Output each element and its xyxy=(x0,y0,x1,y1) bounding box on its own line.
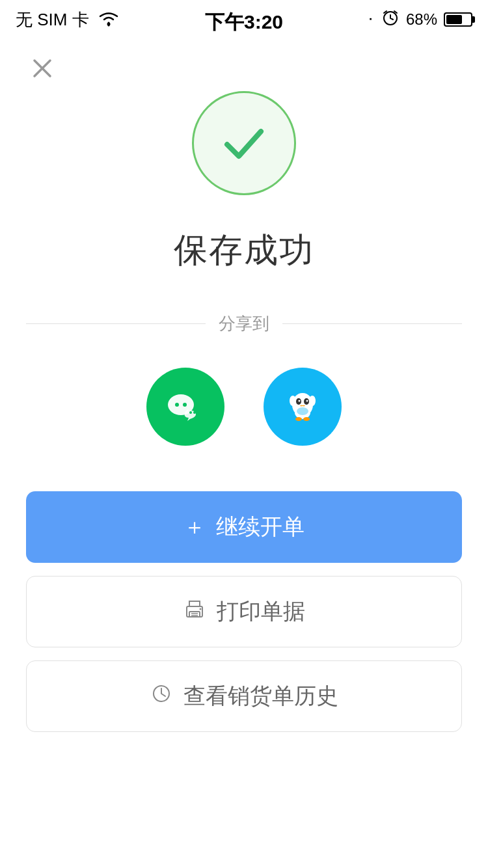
alarm-icon xyxy=(381,8,400,31)
wechat-icon xyxy=(163,384,208,429)
divider-right xyxy=(282,323,462,324)
wifi-icon xyxy=(97,8,120,31)
carrier-text: 无 SIM 卡 xyxy=(16,8,89,31)
status-bar: 无 SIM 卡 下午3:20 ⬝ 68% xyxy=(0,0,488,39)
print-button[interactable]: 打印单据 xyxy=(26,576,462,647)
location-icon: ⬝ xyxy=(366,11,375,28)
svg-point-13 xyxy=(306,400,308,402)
history-label: 查看销货单历史 xyxy=(183,681,338,711)
close-icon xyxy=(31,57,54,80)
svg-point-17 xyxy=(309,396,316,406)
checkmark-icon xyxy=(218,117,270,169)
status-left: 无 SIM 卡 xyxy=(16,8,120,31)
main-content: 保存成功 分享到 xyxy=(0,39,488,758)
svg-point-15 xyxy=(297,407,308,415)
svg-rect-21 xyxy=(189,612,200,617)
battery-icon xyxy=(444,12,472,27)
history-icon xyxy=(150,682,173,711)
svg-point-12 xyxy=(299,400,301,402)
wechat-share-button[interactable] xyxy=(146,368,224,446)
action-buttons: ＋ 继续开单 打印单据 xyxy=(26,491,462,732)
svg-point-5 xyxy=(175,403,179,407)
history-button[interactable]: 查看销货单历史 xyxy=(26,660,462,732)
continue-button[interactable]: ＋ 继续开单 xyxy=(26,491,462,563)
svg-point-18 xyxy=(295,417,302,421)
share-icons-container xyxy=(146,368,342,446)
plus-icon: ＋ xyxy=(183,512,206,542)
svg-point-16 xyxy=(290,396,296,406)
svg-point-0 xyxy=(107,22,110,25)
continue-label: 继续开单 xyxy=(216,512,305,542)
status-right: ⬝ 68% xyxy=(366,8,472,31)
print-icon xyxy=(183,597,206,626)
share-label: 分享到 xyxy=(219,312,269,335)
print-label: 打印单据 xyxy=(217,597,305,627)
svg-point-8 xyxy=(193,411,196,414)
close-button[interactable] xyxy=(26,52,59,85)
divider-left xyxy=(26,323,206,324)
success-icon-circle xyxy=(192,91,296,195)
share-divider: 分享到 xyxy=(26,312,462,335)
success-title: 保存成功 xyxy=(174,228,314,273)
svg-point-6 xyxy=(183,403,187,407)
svg-point-19 xyxy=(303,417,310,421)
qq-share-button[interactable] xyxy=(264,368,342,446)
battery-text: 68% xyxy=(406,10,437,29)
svg-point-24 xyxy=(200,608,202,610)
qq-icon xyxy=(280,384,325,429)
svg-point-7 xyxy=(189,411,192,414)
status-time: 下午3:20 xyxy=(205,9,283,36)
